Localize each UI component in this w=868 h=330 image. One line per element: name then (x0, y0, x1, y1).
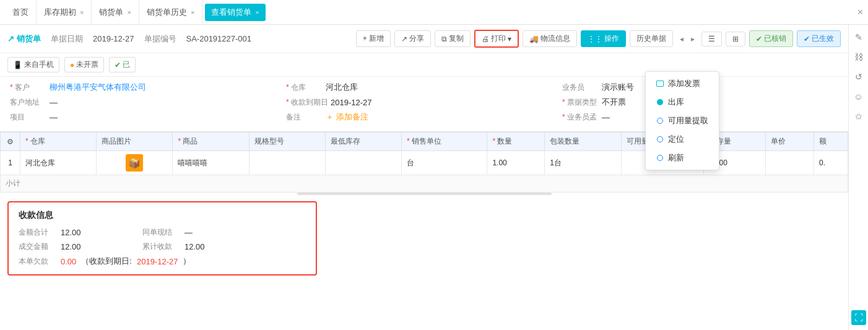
prev-arrow[interactable]: ◂ (677, 33, 687, 45)
sidebar-expand-icon[interactable]: ⛶ (851, 310, 866, 325)
scroll-hint (297, 193, 552, 195)
print-button[interactable]: 🖨 打印 ▾ (474, 30, 519, 48)
tab-inventory-start-close[interactable]: × (80, 9, 84, 16)
remark-field: 备注 ＋ 添加备注 (286, 111, 562, 123)
warehouse-field: 仓库 河北仓库 (286, 82, 562, 93)
tab-home[interactable]: 首页 (5, 0, 37, 24)
row-pack-qty: 1台 (545, 151, 621, 175)
ticket-type-label: 票据类型 (562, 97, 599, 108)
logistics-button[interactable]: 🚚 物流信息 (523, 30, 577, 47)
doc-type-title: ↗ 销货单 (7, 33, 41, 45)
col-sales-unit: 销售单位 (402, 132, 487, 151)
right-sidebar: ✎ ⛓ ↺ ☺ ✩ ⛶ (848, 25, 868, 330)
refresh-icon (656, 154, 664, 162)
payment-date-value: 2019-12-27 (331, 98, 372, 107)
verified-check-icon: ✔ (756, 35, 762, 43)
col-spec: 规格型号 (249, 132, 325, 151)
remark-label: 备注 (286, 112, 323, 123)
tab-sales-order[interactable]: 销货单 × (92, 0, 139, 24)
product-table-wrapper: ⚙ 仓库 商品图片 商品 规格型号 最低库存 销售单位 数量 包装数量 可用量 … (0, 131, 848, 196)
operations-dropdown: 添加发票 出库 可用量提取 定位 刷新 (645, 71, 719, 170)
check-button[interactable]: ✔ 已 (109, 57, 136, 72)
from-phone-button[interactable]: 📱 来自手机 (7, 57, 59, 72)
doc-type-icon: ↗ (7, 34, 14, 43)
row-product: 嘻嘻嘻嘻 (173, 151, 249, 175)
row-num: 1 (1, 151, 20, 175)
row-spec (249, 151, 325, 175)
nav-arrows: ◂ ▸ (677, 33, 698, 45)
sidebar-user-icon[interactable]: ☺ (851, 89, 866, 104)
balance-date: 2019-12-27 (137, 257, 178, 266)
table-row: 1 河北仓库 📦 嘻嘻嘻嘻 台 1.00 1台 12.00 (1, 151, 848, 175)
logistics-icon: 🚚 (529, 35, 539, 43)
available-qty-icon (656, 116, 664, 125)
row-min-stock (325, 151, 401, 175)
cumulative-value: 12.00 (184, 242, 205, 251)
history-button[interactable]: 历史单据 (630, 30, 673, 47)
ticket-type-value: 不开票 (602, 97, 626, 108)
balance-note-end: ） (183, 256, 191, 267)
same-order-row: 同单现结 — (142, 227, 266, 238)
total-label: 金额合计 (19, 227, 56, 238)
check-icon: ✔ (115, 61, 121, 69)
verified-status-button[interactable]: ✔ 已核销 (749, 30, 793, 47)
operations-button[interactable]: ⋮⋮ 操作 (581, 30, 626, 47)
sidebar-star-icon[interactable]: ✩ (851, 109, 866, 124)
list-view-button[interactable]: ☰ (701, 32, 722, 46)
payment-info-box: 收款信息 金额合计 12.00 同单现结 — 成交金额 12.00 累计收款 1… (7, 201, 317, 276)
form-section: 客户 柳州粤港平安气体有限公司 仓库 河北仓库 业务员 演示账号 客户地址 — (0, 77, 848, 131)
subtotal-row: 小计 (1, 175, 848, 193)
tab-sales-order-close[interactable]: × (127, 9, 131, 16)
col-product: 商品 (173, 132, 249, 151)
balance-value: 0.00 (61, 257, 76, 266)
col-warehouse: 仓库 (20, 132, 97, 151)
tab-sales-history-close[interactable]: × (191, 9, 194, 16)
col-settings[interactable]: ⚙ (1, 132, 20, 151)
sidebar-link-icon[interactable]: ⛓ (851, 50, 866, 64)
transaction-row: 成交金额 12.00 (19, 241, 142, 252)
staff-value: 演示账号 (602, 82, 634, 93)
dropdown-refresh[interactable]: 刷新 (646, 149, 719, 167)
col-amount: 额 (814, 132, 848, 151)
product-table: ⚙ 仓库 商品图片 商品 规格型号 最低库存 销售单位 数量 包装数量 可用量 … (0, 132, 848, 193)
add-remark-button[interactable]: ＋ 添加备注 (326, 111, 368, 123)
dropdown-available-qty[interactable]: 可用量提取 (646, 111, 719, 130)
window-close-button[interactable]: × (857, 7, 863, 18)
copy-button[interactable]: ⧉ 复制 (435, 30, 471, 47)
total-value: 12.00 (61, 228, 81, 237)
warehouse-label: 仓库 (286, 82, 323, 93)
customer-field: 客户 柳州粤港平安气体有限公司 (10, 82, 286, 93)
not-opened-button[interactable]: ● 未开票 (64, 57, 104, 72)
dropdown-locate[interactable]: 定位 (646, 130, 719, 149)
dropdown-add-invoice[interactable]: 添加发票 (646, 74, 719, 93)
balance-label: 本单欠款 (19, 256, 56, 267)
project-value: — (50, 113, 58, 122)
row-sales-unit: 台 (402, 151, 487, 175)
share-button[interactable]: ↗ 分享 (394, 30, 431, 47)
col-min-stock: 最低库存 (325, 132, 401, 151)
effective-status-button[interactable]: ✔ 已生效 (797, 30, 841, 47)
tab-inventory-start[interactable]: 库存期初 × (37, 0, 92, 24)
dropdown-out-warehouse[interactable]: 出库 (646, 93, 719, 111)
tab-sales-history[interactable]: 销货单历史 × (139, 0, 202, 24)
row-warehouse: 河北仓库 (20, 151, 97, 175)
sidebar-refresh-icon[interactable]: ↺ (851, 69, 866, 84)
next-arrow[interactable]: ▸ (688, 33, 698, 45)
col-quantity: 数量 (487, 132, 545, 151)
tab-view-sales[interactable]: 查看销货单 × (205, 4, 265, 21)
payment-info-title: 收款信息 (19, 210, 306, 221)
print-dropdown-arrow[interactable]: ▾ (508, 35, 511, 43)
subtotal-label: 小计 (1, 175, 848, 193)
ticket-icon: ● (70, 61, 74, 69)
tab-view-sales-close[interactable]: × (255, 9, 259, 16)
header-toolbar: + 新增 ↗ 分享 ⧉ 复制 🖨 打印 ▾ 🚚 物流信息 (356, 30, 841, 48)
row-unit-price (766, 151, 814, 175)
grid-view-button[interactable]: ⊞ (726, 32, 745, 46)
sidebar-edit-icon[interactable]: ✎ (851, 30, 866, 45)
project-field: 项目 — (10, 112, 286, 123)
staff-label: 业务员 (562, 82, 599, 93)
balance-row: 本单欠款 0.00 （收款到期日: 2019-12-27 ） (19, 256, 266, 267)
transaction-label: 成交金额 (19, 241, 56, 252)
customer-value[interactable]: 柳州粤港平安气体有限公司 (50, 82, 146, 93)
new-button[interactable]: + 新增 (356, 30, 391, 47)
